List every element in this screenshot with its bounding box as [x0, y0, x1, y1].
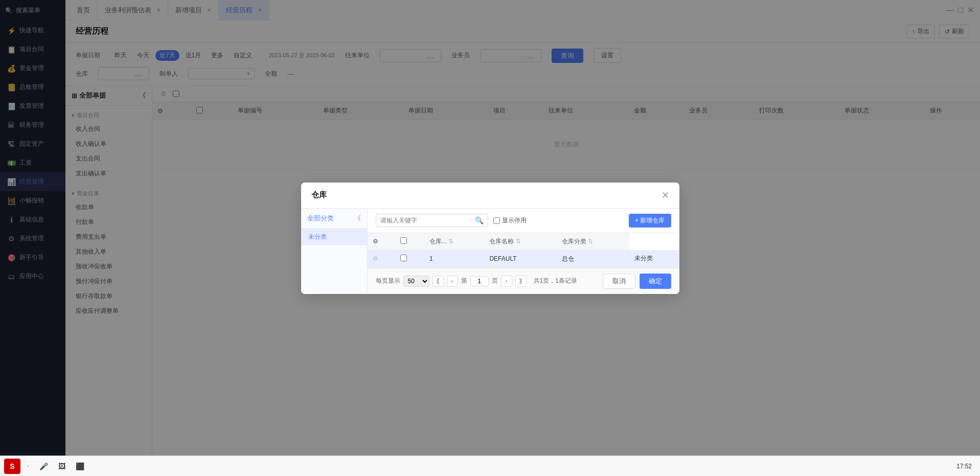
modal-per-page-label: 每页显示 [376, 277, 400, 285]
modal-row-category: 未分类 [629, 250, 679, 267]
modal-categories-panel: 全部分类 《 未分类 [301, 209, 368, 294]
col-sort-cat-icon[interactable]: ⇅ [588, 238, 593, 245]
modal-header-checkbox[interactable] [400, 237, 407, 244]
modal-row-checkbox[interactable] [395, 250, 425, 267]
modal-per-page-select[interactable]: 50 100 [403, 276, 429, 287]
modal-toolbar: 🔍 显示停用 + 新增仓库 [368, 209, 679, 233]
modal-row-name: 总仓 [557, 250, 629, 267]
modal-cat-item-uncategorized[interactable]: 未分类 [301, 229, 367, 245]
col-sort-icon[interactable]: ⇅ [448, 238, 453, 245]
modal-row-code: DEFAULT [484, 250, 557, 267]
modal-first-page-btn[interactable]: ⟪ [432, 276, 444, 287]
modal-cat-header: 全部分类 《 [301, 209, 367, 229]
modal-page-suffix: 页 [492, 277, 498, 285]
taskbar-time: 17:52 [952, 463, 976, 470]
modal-page-input[interactable] [470, 276, 489, 286]
modal-col-checkbox[interactable] [395, 233, 425, 251]
modal-footer: 每页显示 50 100 ⟪ ‹ 第 页 › ⟫ 共1页，1条记录 [368, 268, 679, 294]
taskbar-app-s[interactable]: S [4, 459, 20, 474]
modal-last-page-btn[interactable]: ⟫ [515, 276, 527, 287]
modal-confirm-button[interactable]: 确定 [640, 274, 671, 289]
show-disabled-checkbox[interactable] [493, 217, 500, 224]
warehouse-modal: 仓库 ✕ 全部分类 《 未分类 🔍 [301, 183, 679, 294]
taskbar-app-filter[interactable]: ⬛ [72, 459, 88, 474]
modal-next-page-btn[interactable]: › [501, 276, 512, 287]
taskbar-app-mic[interactable]: 🎤 [35, 459, 52, 474]
modal-search-box[interactable]: 🔍 [376, 214, 488, 227]
modal-content-area: 🔍 显示停用 + 新增仓库 ⚙仓库... ⇅仓库名称 ⇅仓库分类 ⇅ [368, 209, 679, 294]
modal-prev-page-btn[interactable]: ‹ [447, 276, 458, 287]
modal-table-row[interactable]: ⚙ 1 DEFAULT 总仓 未分类 [368, 250, 679, 267]
modal-pagination: 每页显示 50 100 ⟪ ‹ 第 页 › ⟫ 共1页，1条记录 [376, 276, 603, 287]
col-sort-name-icon[interactable]: ⇅ [516, 238, 521, 245]
modal-table-wrapper: ⚙仓库... ⇅仓库名称 ⇅仓库分类 ⇅ ⚙ 1 DEFAULT 总仓 未分类 [368, 233, 679, 268]
modal-col-category: 仓库分类 ⇅ [557, 233, 629, 251]
modal-title: 仓库 [311, 190, 327, 200]
modal-cat-all-label: 全部分类 [307, 214, 334, 223]
taskbar: S · 🎤 🖼 ⬛ 17:52 [0, 456, 980, 476]
modal-search-input[interactable] [380, 217, 473, 224]
modal-col-settings: ⚙ [368, 233, 395, 251]
modal-body: 全部分类 《 未分类 🔍 显示停用 [301, 209, 679, 294]
modal-row-settings[interactable]: ⚙ [368, 250, 395, 267]
modal-close-icon[interactable]: ✕ [662, 190, 669, 201]
show-disabled-label[interactable]: 显示停用 [493, 216, 527, 225]
modal-col-code: 仓库... ⇅ [424, 233, 484, 251]
modal-row-num: 1 [424, 250, 484, 267]
modal-actions: 取消 确定 [603, 274, 671, 289]
modal-overlay[interactable]: 仓库 ✕ 全部分类 《 未分类 🔍 [0, 0, 980, 476]
modal-cancel-button[interactable]: 取消 [603, 274, 635, 289]
modal-search-icon: 🔍 [475, 216, 484, 224]
modal-col-name: 仓库名称 ⇅ [484, 233, 557, 251]
modal-total-text: 共1页，1条记录 [534, 277, 577, 285]
add-warehouse-button[interactable]: + 新增仓库 [629, 214, 671, 228]
taskbar-app-dot[interactable]: · [22, 459, 33, 474]
modal-cat-collapse-icon[interactable]: 《 [354, 214, 361, 223]
taskbar-app-img[interactable]: 🖼 [54, 459, 70, 474]
modal-table: ⚙仓库... ⇅仓库名称 ⇅仓库分类 ⇅ ⚙ 1 DEFAULT 总仓 未分类 [368, 233, 679, 268]
modal-header: 仓库 ✕ [301, 183, 679, 209]
modal-page-label: 第 [461, 277, 467, 285]
